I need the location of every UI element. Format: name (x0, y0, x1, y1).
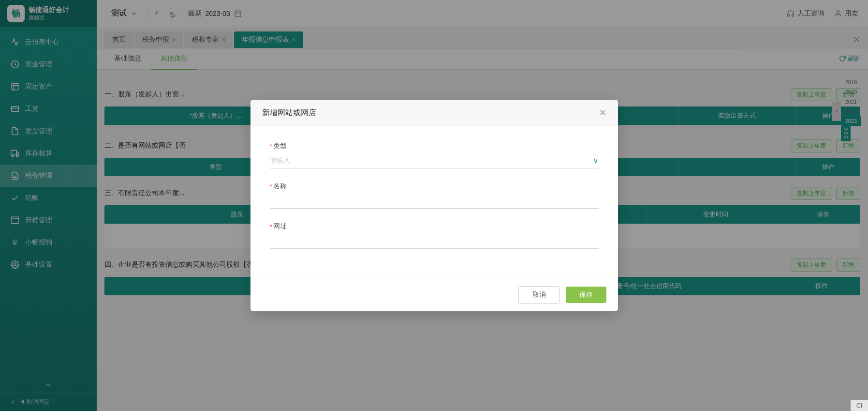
modal-body: * 类型 ∨ * 名称 * (250, 126, 618, 278)
name-label: * 名称 (270, 182, 599, 191)
modal-footer: 取消 保存 (250, 278, 618, 311)
type-input[interactable] (270, 154, 593, 166)
add-website-modal: 新增网站或网店 ✕ * 类型 ∨ * 名称 (250, 100, 618, 311)
bottom-watermark: Ci (851, 400, 868, 411)
form-field-name: * 名称 (270, 182, 599, 209)
form-field-url: * 网址 (270, 222, 599, 249)
modal-title: 新增网站或网店 (262, 108, 316, 118)
url-input-wrap (270, 235, 599, 249)
url-label: * 网址 (270, 222, 599, 231)
modal-close-btn[interactable]: ✕ (599, 107, 606, 118)
url-input[interactable] (270, 235, 599, 246)
type-label: * 类型 (270, 142, 599, 151)
url-required-star: * (270, 223, 272, 230)
save-button[interactable]: 保存 (566, 287, 606, 303)
name-input[interactable] (270, 195, 599, 206)
type-dropdown-icon[interactable]: ∨ (593, 156, 599, 165)
name-input-wrap (270, 195, 599, 209)
modal-header: 新增网站或网店 ✕ (250, 100, 618, 126)
modal-overlay: 新增网站或网店 ✕ * 类型 ∨ * 名称 (0, 0, 868, 411)
name-required-star: * (270, 183, 272, 190)
type-required-star: * (270, 142, 272, 150)
form-field-type: * 类型 ∨ (270, 142, 599, 168)
type-input-wrap: ∨ (270, 154, 599, 168)
cancel-button[interactable]: 取消 (518, 286, 560, 304)
